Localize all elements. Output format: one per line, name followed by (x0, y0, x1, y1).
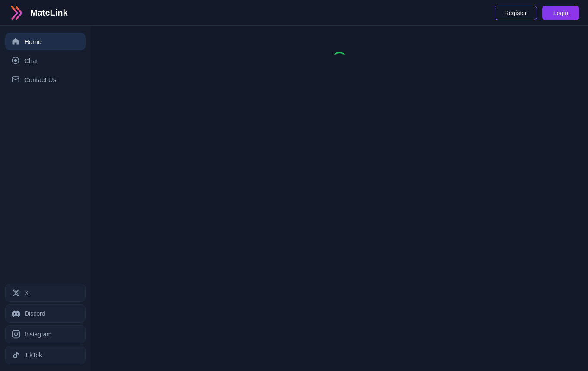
x-label: X (25, 289, 29, 296)
sidebar-social-x[interactable]: X (5, 284, 86, 302)
sidebar-social-tiktok[interactable]: TikTok (5, 346, 86, 364)
brand: MateLink (9, 4, 68, 22)
instagram-label: Instagram (25, 331, 51, 338)
sidebar-item-home[interactable]: Home (5, 33, 86, 50)
discord-label: Discord (25, 310, 45, 317)
x-icon (12, 289, 20, 297)
brand-logo-icon (9, 4, 26, 22)
tiktok-label: TikTok (25, 352, 42, 358)
home-icon (11, 37, 20, 46)
sidebar-contact-label: Contact Us (24, 76, 56, 83)
loading-spinner (332, 52, 347, 67)
register-button[interactable]: Register (495, 6, 537, 20)
sidebar-home-label: Home (24, 38, 42, 45)
navbar: MateLink Register Login (0, 0, 588, 26)
svg-rect-3 (13, 331, 20, 338)
sidebar-nav: Home Chat (5, 33, 86, 282)
sidebar-footer: X Discord (5, 284, 86, 364)
chat-icon (11, 56, 20, 65)
instagram-icon (12, 330, 20, 339)
svg-point-5 (18, 332, 19, 333)
sidebar-chat-label: Chat (24, 57, 38, 64)
sidebar: Home Chat (0, 26, 91, 371)
navbar-buttons: Register Login (495, 6, 579, 20)
svg-point-1 (14, 59, 17, 62)
main-layout: Home Chat (0, 26, 588, 371)
contact-us-icon (11, 75, 20, 84)
tiktok-icon (12, 351, 20, 359)
sidebar-social-instagram[interactable]: Instagram (5, 325, 86, 343)
sidebar-item-contact-us[interactable]: Contact Us (5, 71, 86, 88)
sidebar-social-discord[interactable]: Discord (5, 304, 86, 323)
loading-spinner-container (332, 52, 347, 67)
login-button[interactable]: Login (542, 6, 579, 20)
svg-point-4 (15, 333, 18, 336)
sidebar-item-chat[interactable]: Chat (5, 52, 86, 69)
content-area (91, 26, 588, 371)
brand-name: MateLink (30, 8, 68, 18)
discord-icon (12, 309, 20, 318)
